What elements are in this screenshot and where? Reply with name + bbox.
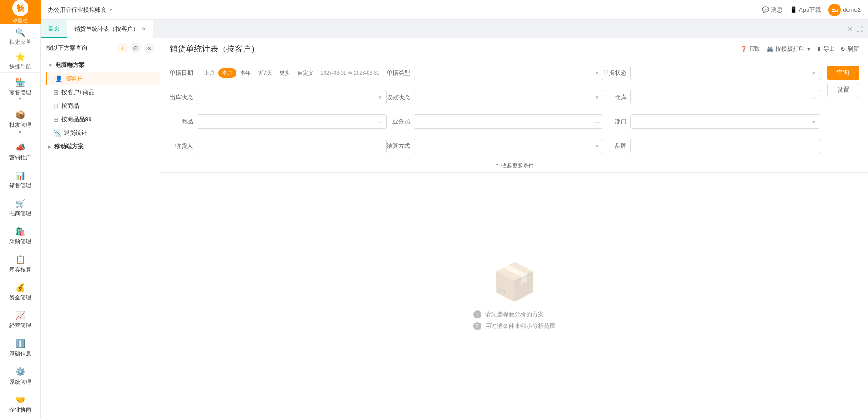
tree-item-returns[interactable]: 📉 退货统计 [46,126,160,140]
sales-icon: 📊 [15,171,25,180]
account-selector[interactable]: 办公用品行业模拟账套 ▼ [48,6,113,14]
department-select[interactable]: ▼ [630,114,820,129]
tree-arrow-icon: ▼ [48,63,52,68]
business-label: 经营管理 [9,322,31,330]
ship-status-arrow-icon: ▼ [378,95,382,100]
sidebar-item-business[interactable]: 📈 经营管理 [0,306,40,334]
tab-sales-stats-label: 销货单统计表（按客户） [74,25,139,33]
sidebar-item-system[interactable]: ⚙️ 系统管理 [0,362,40,390]
tab-home[interactable]: 首页 [41,20,67,38]
goods-dots-icon: ··· [377,119,382,125]
basic-icon: ℹ️ [15,339,25,349]
sidebar-item-enterprise[interactable]: 🤝 企业协同 [0,390,40,418]
sidebar-item-marketing[interactable]: 📣 营销推广 [0,138,40,166]
brand-input[interactable]: ··· [630,139,820,153]
doc-type-label: 单据类型 [387,69,414,77]
ecommerce-label: 电商管理 [9,210,31,218]
settings-button[interactable]: 设置 [827,83,859,97]
receiver-label: 收货人 [170,142,197,150]
sidebar-item-wholesale[interactable]: 📦 批发管理 ▲ [0,105,40,138]
empty-tip-1: 1 请先选择要分析的方案 [473,310,556,318]
add-scheme-button[interactable]: + [117,43,127,53]
refresh-button[interactable]: ↻ 刷新 [840,45,859,53]
doc-status-select[interactable]: ▼ [630,66,820,80]
sidebar-item-inventory[interactable]: 📋 库存核算 [0,250,40,278]
filter-department: 部门 ▼ [603,114,820,129]
tabbar: 首页 销货单统计表（按客户） ✕ ✕ ⛶ [41,20,868,38]
avatar: Ea [828,4,841,16]
settlement-arrow-icon: ▼ [594,144,599,149]
warehouse-input[interactable]: ··· [630,90,820,104]
brand-label: 品牌 [603,142,630,150]
goods-input[interactable]: ··· [197,114,387,129]
tree-item-by-goods99[interactable]: ⊟ 按商品品99 [46,113,160,126]
main-area: 办公用品行业模拟账套 ▼ 💬 消息 📱 App下载 Ea demo2 首页 销货… [41,0,868,418]
tab-close-icon[interactable]: ✕ [142,26,146,32]
salesperson-input[interactable]: ··· [414,114,604,129]
sidebar-item-sales[interactable]: 📊 销售管理 [0,166,40,194]
filter-receiver: 收货人 ··· [170,139,387,153]
refresh-label: 刷新 [847,45,859,53]
sidebar-item-finance[interactable]: 💰 资金管理 [0,278,40,306]
ship-status-select[interactable]: ▼ [197,90,387,104]
by-customer-icon: 👤 [55,75,62,82]
content-area: 按以下方案查询 + ⊙ « ▼ 电脑端方案 👤 按客户 ⊞ 按 [41,38,868,418]
date-label: 单据日期 [170,69,197,77]
date-tab-current-month[interactable]: 本月 [218,68,236,78]
window-close-icon[interactable]: ✕ [847,25,853,33]
collapse-panel-button[interactable]: « [144,43,155,53]
sidebar-item-basic[interactable]: ℹ️ 基础信息 [0,334,40,362]
date-tab-custom[interactable]: 自定义 [294,68,317,78]
sales-label: 销售管理 [9,182,31,190]
query-buttons: 查询 设置 [827,66,859,97]
purchase-icon: 🛍️ [15,227,25,237]
retail-icon: 🏪 [15,77,25,87]
left-panel-title: 按以下方案查询 [46,44,113,52]
receiver-input[interactable]: ··· [197,139,387,153]
left-panel: 按以下方案查询 + ⊙ « ▼ 电脑端方案 👤 按客户 ⊞ 按 [41,38,160,418]
empty-tips: 1 请先选择要分析的方案 2 用过滤条件来缩小分析范围 [473,310,556,330]
date-tab-last-month[interactable]: 上月 [200,68,218,78]
tree-mobile-section[interactable]: ▶ 移动端方案 [41,140,160,153]
date-tab-more[interactable]: 更多 [276,68,294,78]
enterprise-icon: 🤝 [15,395,25,405]
user-menu[interactable]: Ea demo2 [828,4,861,16]
collapse-bar-inner: ⌃ 收起更多条件 [495,162,534,170]
tree-item-by-customer-goods[interactable]: ⊞ 按客户+商品 [46,86,160,99]
tree-item-by-customer[interactable]: 👤 按客户 [46,72,160,86]
app-download-button[interactable]: 📱 App下载 [790,6,821,14]
tip-text-1: 请先选择要分析的方案 [485,310,544,318]
tree-mobile-arrow-icon: ▶ [48,144,52,149]
sidebar-item-purchase[interactable]: 🛍️ 采购管理 [0,222,40,250]
payment-status-select[interactable]: ▼ [414,90,604,104]
doc-type-select[interactable]: ▼ [414,66,604,80]
query-button[interactable]: 查询 [827,66,859,80]
settlement-label: 结算方式 [387,142,414,150]
message-icon: 💬 [762,6,769,13]
help-button[interactable]: ❓ 帮助 [740,45,761,53]
settings-scheme-button[interactable]: ⊙ [130,43,141,53]
export-button[interactable]: ⬇ 导出 [816,45,835,53]
date-tab-current-year[interactable]: 本年 [236,68,255,78]
filter-row-4: 收货人 ··· 结算方式 ▼ [170,139,820,153]
marketing-icon: 📣 [15,142,25,152]
collapse-bar[interactable]: ⌃ 收起更多条件 [160,159,868,173]
quick-nav-item[interactable]: ⭐ 快捷导航 [0,48,40,73]
settlement-select[interactable]: ▼ [414,139,604,153]
empty-state: 📦 1 请先选择要分析的方案 2 用过滤条件来缩小分析范围 [160,173,868,418]
date-tab-last7[interactable]: 近7天 [255,68,276,78]
tree-desktop-section[interactable]: ▼ 电脑端方案 [41,58,160,72]
sidebar-logo[interactable]: 畅 标题栏 [0,0,41,24]
payment-status-label: 收款状态 [387,93,414,101]
print-button[interactable]: 🖨️ 按模板打印 [766,45,811,53]
sidebar-item-retail[interactable]: 🏪 零售管理 ▼ [0,73,40,105]
window-maximize-icon[interactable]: ⛶ [856,25,863,33]
tab-sales-stats[interactable]: 销货单统计表（按客户） ✕ [67,20,153,38]
tree-item-by-goods[interactable]: ⊟ 按商品 [46,99,160,113]
sidebar: 畅 标题栏 🔍 搜索菜单 ⭐ 快捷导航 🏪 零售管理 ▼ 📦 批发管理 ▲ 📣 … [0,0,41,418]
search-menu-item[interactable]: 🔍 搜索菜单 [0,24,40,48]
account-name: 办公用品行业模拟账套 [48,6,107,14]
message-button[interactable]: 💬 消息 [762,6,783,14]
sidebar-item-ecommerce[interactable]: 🛒 电商管理 [0,194,40,222]
doc-type-arrow-icon: ▼ [594,71,599,76]
